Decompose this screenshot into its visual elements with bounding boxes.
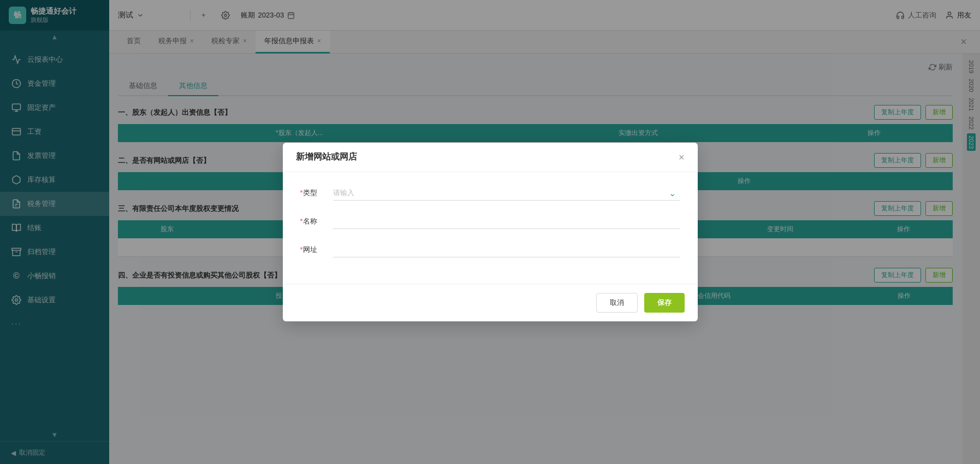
add-website-dialog: 新增网站或网店 × *类型 ⌄ *名称 *网址: [283, 143, 698, 321]
url-input-wrapper: [333, 242, 680, 257]
dialog-title: 新增网站或网店: [296, 151, 357, 163]
url-input[interactable]: [333, 242, 680, 257]
type-dropdown-arrow[interactable]: ⌄: [669, 188, 676, 198]
name-label: *名称: [300, 216, 333, 226]
form-row-url: *网址: [300, 242, 680, 257]
form-row-type: *类型 ⌄: [300, 185, 680, 201]
dialog-footer: 取消 保存: [283, 284, 698, 321]
name-input-wrapper: [333, 214, 680, 229]
url-label: *网址: [300, 245, 333, 255]
name-input[interactable]: [333, 214, 680, 229]
dialog-close-button[interactable]: ×: [679, 152, 685, 162]
dialog-overlay[interactable]: 新增网站或网店 × *类型 ⌄ *名称 *网址: [0, 0, 980, 464]
dialog-body: *类型 ⌄ *名称 *网址: [283, 172, 698, 284]
type-input[interactable]: [333, 185, 680, 201]
cancel-button[interactable]: 取消: [596, 293, 638, 313]
dialog-header: 新增网站或网店 ×: [283, 143, 698, 172]
form-row-name: *名称: [300, 214, 680, 229]
type-label: *类型: [300, 188, 333, 198]
type-input-wrapper: ⌄: [333, 185, 680, 201]
save-button[interactable]: 保存: [644, 293, 685, 313]
